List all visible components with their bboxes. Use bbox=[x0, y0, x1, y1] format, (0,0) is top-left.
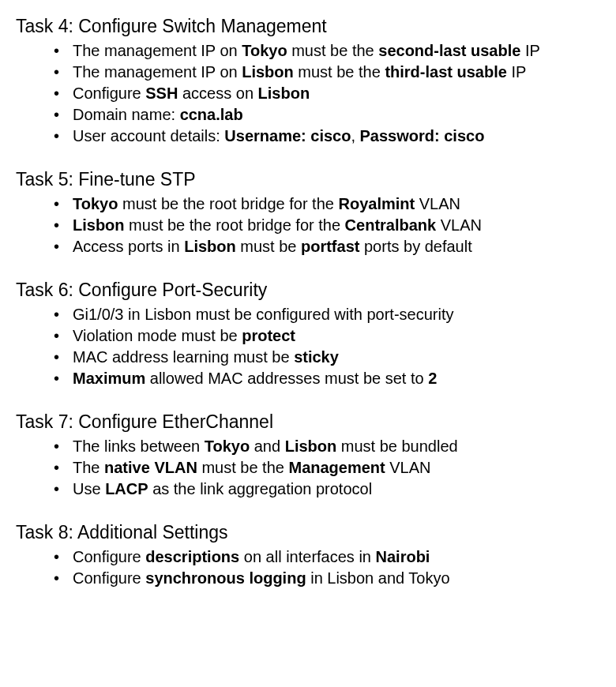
task-bullet-list: Configure descriptions on all interfaces… bbox=[16, 546, 600, 589]
task-bullet-item: Configure SSH access on Lisbon bbox=[54, 83, 600, 104]
task-bullet-item: Violation mode must be protect bbox=[54, 325, 600, 347]
task-bullet-item: Lisbon must be the root bridge for the C… bbox=[54, 215, 600, 236]
task-bullet-item: Configure synchronous logging in Lisbon … bbox=[54, 568, 600, 589]
task-bullet-list: Tokyo must be the root bridge for the Ro… bbox=[16, 193, 600, 257]
task-section: Task 6: Configure Port-SecurityGi1/0/3 i… bbox=[16, 278, 600, 389]
task-title: Task 7: Configure EtherChannel bbox=[16, 410, 600, 434]
task-title: Task 5: Fine-tune STP bbox=[16, 167, 600, 192]
task-bullet-item: Access ports in Lisbon must be portfast … bbox=[54, 236, 600, 257]
task-title: Task 6: Configure Port-Security bbox=[16, 278, 600, 302]
task-bullet-item: The links between Tokyo and Lisbon must … bbox=[54, 436, 600, 457]
task-bullet-item: The native VLAN must be the Management V… bbox=[54, 457, 600, 479]
task-section: Task 5: Fine-tune STPTokyo must be the r… bbox=[16, 167, 600, 257]
task-bullet-list: Gi1/0/3 in Lisbon must be configured wit… bbox=[16, 304, 600, 389]
task-section: Task 8: Additional SettingsConfigure des… bbox=[16, 520, 600, 589]
task-bullet-item: Configure descriptions on all interfaces… bbox=[54, 546, 600, 568]
task-bullet-item: MAC address learning must be sticky bbox=[54, 347, 600, 368]
task-bullet-item: Gi1/0/3 in Lisbon must be configured wit… bbox=[54, 304, 600, 325]
task-section: Task 7: Configure EtherChannelThe links … bbox=[16, 410, 600, 500]
task-bullet-item: The management IP on Lisbon must be the … bbox=[54, 62, 600, 83]
task-bullet-item: The management IP on Tokyo must be the s… bbox=[54, 40, 600, 62]
task-section: Task 4: Configure Switch ManagementThe m… bbox=[16, 14, 600, 147]
task-bullet-item: Tokyo must be the root bridge for the Ro… bbox=[54, 193, 600, 215]
task-title: Task 4: Configure Switch Management bbox=[16, 14, 600, 39]
task-list: Task 4: Configure Switch ManagementThe m… bbox=[16, 14, 600, 589]
task-bullet-list: The management IP on Tokyo must be the s… bbox=[16, 40, 600, 147]
task-bullet-item: Domain name: ccna.lab bbox=[54, 104, 600, 126]
task-bullet-item: Use LACP as the link aggregation protoco… bbox=[54, 479, 600, 500]
task-bullet-item: Maximum allowed MAC addresses must be se… bbox=[54, 368, 600, 389]
task-bullet-item: User account details: Username: cisco, P… bbox=[54, 126, 600, 147]
task-bullet-list: The links between Tokyo and Lisbon must … bbox=[16, 436, 600, 500]
task-title: Task 8: Additional Settings bbox=[16, 520, 600, 545]
